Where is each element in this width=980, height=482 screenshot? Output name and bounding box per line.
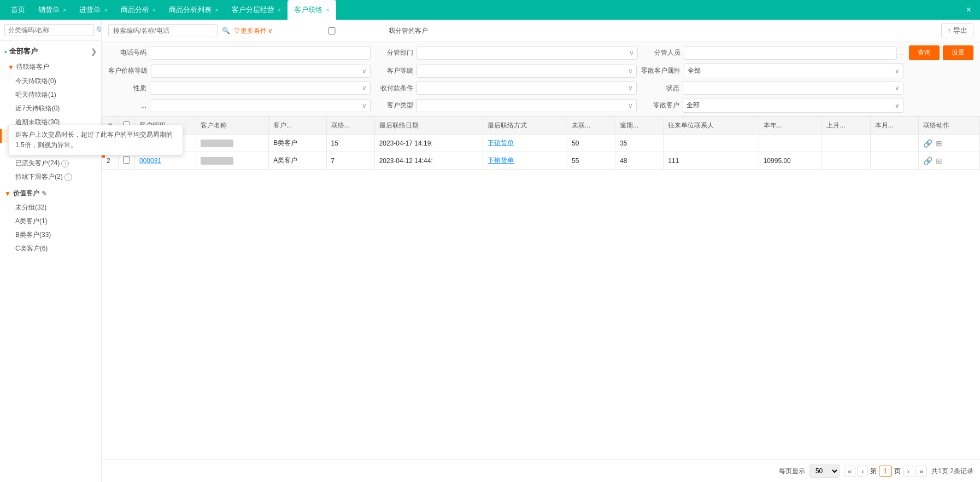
status-arrow-icon: ∨ <box>895 84 900 92</box>
row2-link-action-icon[interactable]: 🔗 <box>923 156 932 165</box>
nav-home[interactable]: 首页 <box>4 0 32 20</box>
col-uncontacted: 未联... <box>567 117 615 135</box>
nav-customer-contact[interactable]: 客户联络 × <box>287 0 336 20</box>
value-group-header[interactable]: ▼ 价值客户 ✎ <box>0 186 101 201</box>
filter-status-select[interactable]: ∨ <box>683 82 903 95</box>
my-customers-checkbox-label[interactable]: 我分管的客户 <box>277 26 428 36</box>
filter-phone-input[interactable] <box>150 47 371 60</box>
search-button[interactable]: 🔍 <box>222 27 230 34</box>
nav-purchase-order[interactable]: 进货单 × <box>73 0 114 20</box>
settings-button[interactable]: 设置 <box>943 45 973 60</box>
content-area: 🔍 ▽ 更多条件 ∨ 我分管的客户 ↑ 导出 电话号码 <box>102 20 980 482</box>
nav-product-analysis[interactable]: 商品分析 × <box>114 0 162 20</box>
sidebar-item-today-pending[interactable]: 今天待联络(0) <box>0 74 101 88</box>
col-last-month: 上月... <box>822 117 870 135</box>
row1-last-date: 2023-04-17 14:19: <box>374 135 483 152</box>
first-page-button[interactable]: « <box>844 466 855 477</box>
churned-info-icon[interactable]: i <box>61 160 69 167</box>
nav-product-analysis-list[interactable]: 商品分析列表 × <box>162 0 225 20</box>
filter-nature-select[interactable]: ∨ <box>150 82 371 95</box>
close-sales-order-icon[interactable]: × <box>63 7 66 13</box>
filter-dept-select[interactable]: ∨ <box>416 47 637 60</box>
filter-row-1: 电话号码 分管部门 ∨ 分管人员 ... 查询 设置 <box>108 45 973 60</box>
filter-extra-select[interactable]: ∨ <box>150 99 371 112</box>
sidebar-search-input[interactable] <box>4 24 94 36</box>
row1-link-action-icon[interactable]: 🔗 <box>923 139 932 148</box>
per-page-select[interactable]: 50 100 200 <box>809 464 840 478</box>
sidebar-item-class-c[interactable]: C类客户(6) <box>0 242 101 255</box>
row2-this-month <box>870 152 918 170</box>
nav-customer-layered[interactable]: 客户分层经营 × <box>225 0 287 20</box>
filter-price-grade-select[interactable]: ∨ <box>151 65 371 78</box>
row2-last-date: 2023-04-12 14:44: <box>374 152 483 170</box>
close-customer-layered-icon[interactable]: × <box>278 7 281 13</box>
row2-contact-count: 7 <box>326 152 374 170</box>
prev-page-button[interactable]: ‹ <box>858 466 867 477</box>
sidebar-item-class-b[interactable]: B类客户(33) <box>0 228 101 242</box>
sidebar-search-area: 🔍 <box>0 20 101 41</box>
collapse-icon[interactable]: ❯ <box>91 48 97 56</box>
my-customers-checkbox[interactable] <box>277 27 386 34</box>
filter-customer-grade-select[interactable]: ∨ <box>416 65 637 78</box>
close-customer-contact-icon[interactable]: × <box>326 7 329 13</box>
row2-grid-action-icon[interactable]: ⊞ <box>936 156 942 165</box>
value-group-edit-icon[interactable]: ✎ <box>42 190 47 198</box>
filter-nature-label: 性质 <box>108 84 146 93</box>
filter-payment: 收付款条件 ∨ <box>375 82 637 95</box>
filter-customer-type: 客户类型 ∨ <box>375 99 637 112</box>
retail-attr-arrow-icon: ∨ <box>895 67 900 75</box>
manager-more-icon[interactable]: ... <box>899 49 905 57</box>
table-footer: 每页显示 50 100 200 « ‹ 第 1 页 › » 共1页 2条记录 <box>102 460 980 482</box>
sidebar-item-7days-pending[interactable]: 近7天待联络(0) <box>0 102 101 115</box>
next-page-button[interactable]: › <box>903 466 913 477</box>
close-purchase-order-icon[interactable]: × <box>104 7 107 13</box>
advanced-filters: 电话号码 分管部门 ∨ 分管人员 ... 查询 设置 <box>102 42 980 117</box>
filter-extra: ... ∨ <box>108 99 371 112</box>
close-product-analysis-icon[interactable]: × <box>152 7 156 13</box>
filter-price-grade: 客户价格等级 ∨ <box>108 65 371 78</box>
filter-customer-grade-label: 客户等级 <box>375 66 413 76</box>
close-product-analysis-list-icon[interactable]: × <box>215 7 218 13</box>
last-page-button[interactable]: » <box>916 466 927 477</box>
filter-customer-grade: 客户等级 ∨ <box>375 65 637 78</box>
retail-customer-arrow-icon: ∨ <box>895 102 900 109</box>
table-row: 2 000031 A类客户 7 2023-04-12 14:44: 下销货单 5… <box>102 152 980 170</box>
query-button[interactable]: 查询 <box>909 45 940 60</box>
nav-sales-order[interactable]: 销货单 × <box>32 0 73 20</box>
filter-row-3: 性质 ∨ 收付款条件 ∨ 状态 <box>108 82 973 95</box>
row2-last-method[interactable]: 下销货单 <box>483 152 567 170</box>
more-conditions-button[interactable]: ▽ 更多条件 ∨ <box>234 26 273 36</box>
filter-phone-label: 电话号码 <box>108 48 146 57</box>
search-input[interactable] <box>108 24 218 37</box>
all-customers-header[interactable]: ▪ 全部客户 ❯ <box>0 43 101 60</box>
top-navigation: 首页 销货单 × 进货单 × 商品分析 × 商品分析列表 × 客户分层经营 × … <box>0 0 980 20</box>
pending-group-header[interactable]: ▼ 待联络客户 <box>0 60 101 74</box>
filter-payment-select[interactable]: ∨ <box>416 82 637 95</box>
declining-info-icon[interactable]: i <box>64 173 72 181</box>
filter-retail-customer-select[interactable]: 全部 ∨ <box>683 98 903 113</box>
row2-last-month <box>822 152 870 170</box>
payment-arrow-icon: ∨ <box>628 84 633 92</box>
filter-extra-label: ... <box>108 102 146 109</box>
row1-grid-action-icon[interactable]: ⊞ <box>936 139 942 148</box>
filter-row-2: 客户价格等级 ∨ 客户等级 ∨ 零散客户属性 全部 <box>108 63 973 78</box>
filter-customer-type-label: 客户类型 <box>375 101 413 110</box>
filter-retail-attr-select[interactable]: 全部 ∨ <box>684 63 903 78</box>
row2-select-checkbox[interactable] <box>123 156 130 164</box>
filter-manager-input[interactable] <box>684 47 897 60</box>
sidebar-item-ungrouped[interactable]: 未分组(32) <box>0 201 101 214</box>
sidebar-item-class-a[interactable]: A类客户(1) <box>0 214 101 228</box>
current-page: 1 <box>879 466 893 477</box>
row1-company-contact <box>664 135 759 152</box>
window-close-button[interactable]: × <box>962 5 976 15</box>
page-unit: 页 <box>894 467 901 476</box>
sidebar-item-declining[interactable]: 持续下滑客户(2) i <box>0 170 101 184</box>
sidebar-item-churned[interactable]: 已流失客户(24) i <box>0 156 101 170</box>
row2-action: 🔗 ⊞ <box>918 152 979 170</box>
filter-customer-type-select[interactable]: ∨ <box>416 99 637 112</box>
export-button[interactable]: ↑ 导出 <box>941 23 973 38</box>
row2-overdue: 48 <box>615 152 664 170</box>
sidebar-search-icon[interactable]: 🔍 <box>96 26 102 34</box>
row1-last-method[interactable]: 下销货单 <box>483 135 567 152</box>
sidebar-item-tomorrow-pending[interactable]: 明天待联络(1) <box>0 88 101 102</box>
